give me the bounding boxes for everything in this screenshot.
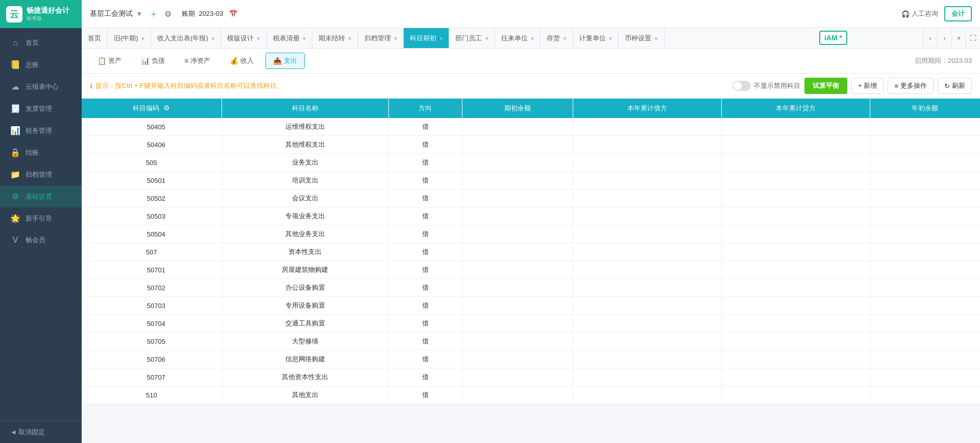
tab-close-unit[interactable]: × <box>609 35 612 41</box>
table-row[interactable]: 50405运维维权支出借 <box>82 118 980 136</box>
table-row[interactable]: 50703专用设备购置借 <box>82 297 980 315</box>
help-button[interactable]: 🎧 人工咨询 <box>901 9 938 18</box>
tab-close-template[interactable]: × <box>257 35 260 41</box>
table-row[interactable]: 50705大型修缮借 <box>82 333 980 351</box>
refresh-button[interactable]: ↻ 刷新 <box>938 78 972 94</box>
table-row[interactable]: 50504其他业务支出借 <box>82 225 980 243</box>
table-row[interactable]: 507资本性支出借 <box>82 243 980 261</box>
more-actions-button[interactable]: ≡ 更多操作 <box>888 78 934 94</box>
cell-direction: 借 <box>388 261 462 279</box>
table-row[interactable]: 50406其他维权支出借 <box>82 136 980 154</box>
cell-year_opening <box>870 261 980 279</box>
tab-currency[interactable]: 币种设置× <box>619 28 664 49</box>
cell-name: 交通工具购置 <box>222 315 388 333</box>
headset-icon: 🎧 <box>901 10 910 18</box>
tab-mid[interactable]: 旧(中期)× <box>108 28 151 49</box>
table-row[interactable]: 50702办公设备购置借 <box>82 279 980 297</box>
tab-template[interactable]: 模版设计× <box>221 28 266 49</box>
tab-scroll-right[interactable]: › <box>937 28 951 49</box>
tab-scroll-left[interactable]: ‹ <box>923 28 937 49</box>
tab-income[interactable]: 收入支出表(年报)× <box>151 28 221 49</box>
tab-archive[interactable]: 归档管理× <box>358 28 404 49</box>
cell-name: 其他资本性支出 <box>222 368 388 386</box>
tab-close-archive[interactable]: × <box>394 35 397 41</box>
add-company-icon[interactable]: ＋ <box>149 8 158 20</box>
tab-close-currency[interactable]: × <box>654 35 657 41</box>
cell-credit_ytd <box>721 207 870 225</box>
cell-direction: 借 <box>388 333 462 351</box>
table-row[interactable]: 50704交通工具购置借 <box>82 315 980 333</box>
tab-close-tax[interactable]: × <box>303 35 306 41</box>
toggle-disabled-subjects[interactable]: 不显示禁用科目 <box>732 81 800 91</box>
table-row[interactable]: 50706信息网络购建借 <box>82 351 980 368</box>
cell-debit_ytd <box>573 351 722 368</box>
table-row[interactable]: 50701房屋建筑物购建借 <box>82 261 980 279</box>
tab-maximize[interactable]: ⛶ <box>966 28 980 49</box>
toggle-thumb <box>733 82 742 90</box>
tab-close-partner[interactable]: × <box>531 35 534 41</box>
table-row[interactable]: 505业务支出借 <box>82 154 980 172</box>
tab-period_end[interactable]: 期末结转× <box>312 28 358 49</box>
topbar: 基层工会测试 ▼ ＋ ⚙ 账期 2023-03 📅 🎧 人工咨询 会计 <box>82 0 980 28</box>
sidebar-item-settings[interactable]: ⚙ 基础设置 <box>0 185 82 207</box>
tab-partner[interactable]: 往来单位× <box>495 28 541 49</box>
tab-close-all[interactable]: × <box>951 28 966 49</box>
col-direction: 方向 <box>388 99 462 118</box>
sidebar-item-vip[interactable]: V 畅会员 <box>0 229 82 251</box>
subtab-expense[interactable]: 📤 支出 <box>265 53 305 69</box>
account-button[interactable]: 会计 <box>944 6 972 21</box>
cell-name: 办公设备购置 <box>222 279 388 297</box>
calendar-icon[interactable]: 📅 <box>229 10 237 17</box>
iam-badge[interactable]: iAM * <box>819 31 847 45</box>
balance-button[interactable]: 试算平衡 <box>804 78 847 94</box>
sidebar-item-home[interactable]: ⌂ 首页 <box>0 32 82 54</box>
toolbar: ℹ 提示：按Ctrl + F键并输入科目编码或者科目名称可以查找科目。 不显示禁… <box>82 74 980 99</box>
table-row[interactable]: 510其他支出借 <box>82 386 980 404</box>
sidebar-item-archive[interactable]: 📁 归档管理 <box>0 164 82 185</box>
toggle-switch[interactable] <box>732 81 751 91</box>
cell-credit_ytd <box>721 172 870 190</box>
table-row[interactable]: 50503专项业务支出借 <box>82 207 980 225</box>
cell-opening <box>462 261 573 279</box>
subtab-liability[interactable]: 📊 负债 <box>133 53 173 69</box>
add-button[interactable]: + 新增 <box>851 78 884 94</box>
cancel-pin-button[interactable]: ◄ 取消固定 <box>0 421 82 443</box>
tab-subject[interactable]: 科目期初× <box>404 28 449 49</box>
table-row[interactable]: 50707其他资本性支出借 <box>82 368 980 386</box>
tab-unit[interactable]: 计量单位× <box>573 28 619 49</box>
cell-year_opening <box>870 333 980 351</box>
cell-debit_ytd <box>573 386 722 404</box>
tab-close-period_end[interactable]: × <box>348 35 351 41</box>
subtab-icon-liability: 📊 <box>141 57 150 65</box>
sidebar-item-reports[interactable]: ☁ 云报表中心 <box>0 76 82 98</box>
cell-credit_ytd <box>721 154 870 172</box>
sidebar-item-tax[interactable]: 📊 税务管理 <box>0 120 82 142</box>
table-row[interactable]: 50502会议支出借 <box>82 190 980 207</box>
sidebar-item-guide[interactable]: 🌟 新手引导 <box>0 207 82 229</box>
guide-icon: 🌟 <box>10 214 20 223</box>
tab-stock[interactable]: 存货× <box>541 28 573 49</box>
tab-dept[interactable]: 部门员工× <box>449 28 495 49</box>
tab-close-subject[interactable]: × <box>439 35 443 41</box>
sidebar-item-close[interactable]: 🔒 结账 <box>0 142 82 164</box>
tab-tax[interactable]: 税表清册× <box>267 28 312 49</box>
sidebar-item-invoice[interactable]: 🧾 发票管理 <box>0 98 82 120</box>
tab-close-mid[interactable]: × <box>141 35 144 41</box>
col-opening: 期初余额 <box>462 99 573 118</box>
cell-debit_ytd <box>573 297 722 315</box>
subtab-income[interactable]: 💰 收入 <box>222 53 261 69</box>
tab-home[interactable]: 首页 <box>82 28 108 49</box>
sidebar-item-ledger[interactable]: 📒 总账 <box>0 54 82 76</box>
info-icon: ℹ <box>90 82 92 90</box>
tab-close-income[interactable]: × <box>211 35 214 41</box>
subtab-equity[interactable]: ≡ 净资产 <box>177 53 218 69</box>
column-settings-icon[interactable]: ⚙ <box>163 104 170 112</box>
table-row[interactable]: 50501培训支出借 <box>82 172 980 190</box>
tab-close-dept[interactable]: × <box>485 35 488 41</box>
subtab-icon-income: 💰 <box>230 57 238 65</box>
settings-icon[interactable]: ⚙ <box>164 9 172 19</box>
cell-name: 其他维权支出 <box>222 136 388 154</box>
tab-close-stock[interactable]: × <box>563 35 566 41</box>
company-selector[interactable]: 基层工会测试 ▼ <box>90 9 143 18</box>
subtab-asset[interactable]: 📋 资产 <box>90 53 129 69</box>
